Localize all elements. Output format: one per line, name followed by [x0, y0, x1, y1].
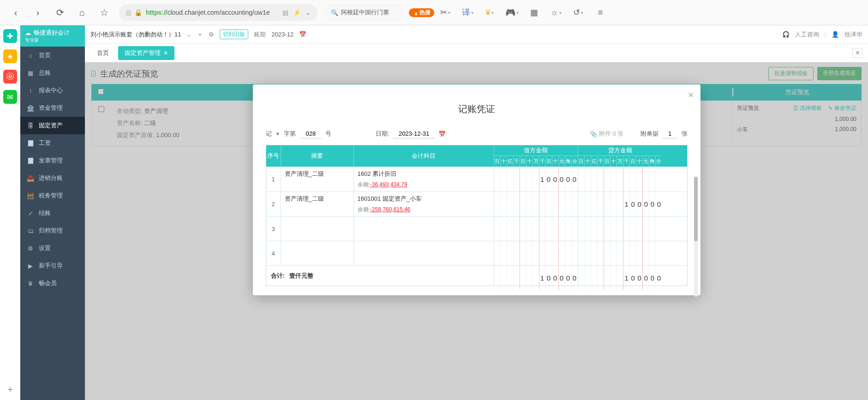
scissors-icon[interactable]: ✂▾: [439, 6, 452, 19]
shield-icon: ▥: [126, 9, 132, 16]
chevron-down-icon[interactable]: ⌄: [305, 9, 311, 16]
lock-icon: 🔒: [134, 9, 142, 16]
hot-badge[interactable]: 🔥热搜: [409, 8, 434, 17]
wallet-icon[interactable]: ¥▾: [483, 6, 496, 19]
translate-icon[interactable]: 译▾: [461, 6, 474, 19]
menu-icon[interactable]: ≡: [594, 6, 607, 19]
bolt-icon[interactable]: ⚡: [293, 9, 301, 16]
search-icon: 🔍: [331, 9, 338, 16]
apps-icon[interactable]: ▦: [527, 6, 540, 19]
reload-icon[interactable]: ⟳: [53, 5, 67, 20]
url-text: cloud.chanjet.com/accounting/uw1e: [168, 9, 270, 16]
browser-search[interactable]: 🔍 阿根廷中国行门票: [325, 4, 403, 21]
star-icon[interactable]: ☆: [97, 5, 112, 20]
forward-icon[interactable]: ›: [30, 5, 45, 20]
qr-icon[interactable]: ▤: [282, 9, 288, 16]
url-bar[interactable]: ▥ 🔒 https:// cloud.chanjet.com/accountin…: [119, 4, 317, 21]
browser-toolbar: ‹ › ⟳ ⌂ ☆ ▥ 🔒 https:// cloud.chanjet.com…: [0, 0, 868, 25]
theme-icon[interactable]: ☼▾: [550, 6, 563, 19]
home-icon[interactable]: ⌂: [75, 5, 90, 20]
game-icon[interactable]: 🎮▾: [505, 6, 518, 19]
back-icon[interactable]: ‹: [8, 5, 23, 20]
url-proto: https://: [146, 9, 168, 16]
search-placeholder: 阿根廷中国行门票: [341, 8, 389, 17]
restore-icon[interactable]: ↺▾: [572, 6, 585, 19]
